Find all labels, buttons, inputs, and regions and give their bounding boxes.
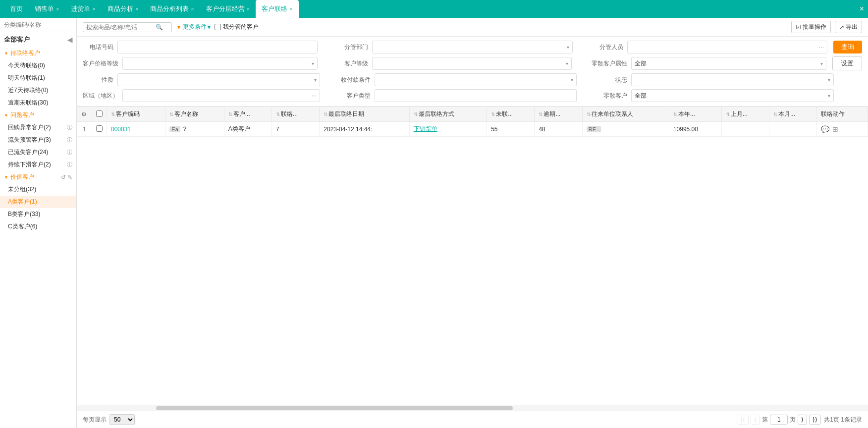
page-next-button[interactable]: ⟩ (798, 415, 807, 425)
main-search-icon[interactable]: 🔍 (156, 24, 163, 31)
close-icon[interactable]: × (247, 0, 250, 18)
sidebar-item-overdue[interactable]: 逾期未联络(30) (0, 97, 76, 109)
col-sort-icon[interactable]: ⇅ (276, 111, 280, 117)
settings-button[interactable]: 设置 (832, 56, 862, 70)
select-all-checkbox[interactable] (96, 110, 103, 117)
col-sort-icon[interactable]: ⇅ (169, 111, 173, 117)
close-all-icon[interactable]: × (860, 4, 864, 13)
sidebar-item-class-a[interactable]: A类客户(1) (0, 196, 76, 208)
col-sort-icon[interactable]: ⇅ (414, 111, 418, 117)
export-button[interactable]: ↗ 导出 (835, 21, 862, 33)
col-sort-icon[interactable]: ⇅ (111, 111, 115, 117)
value-section-icons: ↺ ✎ (61, 174, 72, 181)
col-sort-icon[interactable]: ⇅ (726, 111, 730, 117)
nav-customer-contact[interactable]: 客户联络 × (256, 0, 298, 18)
filter-phone-input[interactable] (117, 41, 318, 54)
th-category: ⇅ 客户... (224, 107, 271, 122)
sidebar-item-7days[interactable]: 近7天待联络(0) (0, 84, 76, 97)
edit-icon[interactable]: ✎ (67, 174, 72, 181)
cell-code: 000031 (107, 122, 165, 137)
customer-code-link[interactable]: 000031 (111, 126, 131, 133)
my-customer-checkbox[interactable]: 我分管的客户 (215, 23, 259, 31)
close-icon[interactable]: × (289, 0, 292, 18)
per-page-select[interactable]: 50 100 200 (109, 414, 135, 425)
sidebar-item-unclassified[interactable]: 未分组(32) (0, 183, 76, 196)
page-prev-button[interactable]: ⟨ (751, 415, 760, 425)
filter-row-1: 电话号码 分管部门 ▾ 分管人员 ··· (83, 41, 862, 54)
sidebar-collapse-icon[interactable]: ◀ (67, 36, 72, 44)
sidebar-item-repurchase-abnormal[interactable]: 回购异常客户(2) ⓘ (0, 121, 76, 134)
close-icon[interactable]: × (135, 0, 138, 18)
cell-this-year: 10995.00 (669, 122, 721, 137)
filter-nature-select[interactable]: ▾ (117, 73, 320, 86)
sidebar-item-churn-warning[interactable]: 流失预警客户(3) ⓘ (0, 134, 76, 146)
my-customer-check[interactable] (215, 24, 221, 30)
close-icon[interactable]: × (92, 0, 95, 18)
filter-customer-level-select[interactable]: ▾ (372, 57, 572, 70)
filter-retail-attr-select[interactable]: 全部 ▾ (631, 57, 826, 70)
filter-manager-input[interactable]: ··· (627, 41, 827, 54)
sidebar-item-class-c[interactable]: C类客户(6) (0, 220, 76, 233)
close-icon[interactable]: × (56, 0, 59, 18)
col-sort-icon[interactable]: ⇅ (324, 111, 327, 117)
sidebar-item-declining[interactable]: 持续下滑客户(2) ⓘ (0, 159, 76, 171)
col-sort-icon[interactable]: ⇅ (587, 111, 591, 117)
nav-home[interactable]: 首页 (4, 0, 29, 18)
filter-payment-label: 收付款条件 (340, 76, 375, 84)
sidebar-item-tomorrow[interactable]: 明天待联络(1) (0, 72, 76, 84)
horizontal-scrollbar[interactable] (77, 405, 868, 411)
filter-price-level-select[interactable]: ▾ (122, 57, 318, 70)
nav-sales[interactable]: 销售单 × (29, 0, 65, 18)
sidebar-item-churned[interactable]: 已流失客户(24) ⓘ (0, 146, 76, 159)
settings-gear-icon[interactable]: ⚙ (81, 111, 87, 118)
scroll-thumb[interactable] (156, 406, 513, 410)
filter-payment-select[interactable]: ▾ (375, 73, 577, 86)
contact-method-link[interactable]: 下销货单 (414, 125, 437, 132)
filter-retail-customer-select[interactable]: 全部 ▾ (631, 89, 834, 102)
nav-purchase[interactable]: 进货单 × (65, 0, 101, 18)
sidebar-section-problem[interactable]: 问题客户 (0, 109, 76, 121)
bottom-bar: 每页显示 50 100 200 ⟨⟨ ⟨ 第 页 ⟩ ⟩⟩ 共1页 1条记录 (77, 411, 868, 428)
qr-icon[interactable]: ⊞ (832, 125, 838, 133)
row-checkbox[interactable] (96, 125, 103, 132)
page-first-button[interactable]: ⟨⟨ (737, 415, 749, 425)
cell-name: Ea ？ (165, 122, 224, 137)
chevron-down-icon: ▾ (828, 93, 830, 99)
th-checkbox (92, 107, 107, 122)
col-sort-icon[interactable]: ⇅ (228, 111, 232, 117)
dots-icon[interactable]: ··· (312, 92, 317, 99)
page-number-input[interactable] (770, 415, 788, 425)
nav-customer-tier[interactable]: 客户分层经营 × (200, 0, 256, 18)
filter-customer-type: 客户类型 (340, 89, 577, 102)
sidebar-item-class-b[interactable]: B类客户(33) (0, 208, 76, 220)
nav-product-analysis[interactable]: 商品分析 × (102, 0, 144, 18)
col-sort-icon[interactable]: ⇅ (773, 111, 777, 117)
more-filters-button[interactable]: ▼ 更多条件 ▾ (176, 23, 211, 31)
query-button[interactable]: 查询 (833, 41, 862, 54)
sidebar-section-pending[interactable]: 待联络客户 (0, 47, 76, 59)
main-search-input[interactable] (86, 24, 156, 31)
filter-bar: 🔍 ▼ 更多条件 ▾ 我分管的客户 ☑ 批量操作 ↗ 导出 (77, 18, 868, 37)
nav-product-analysis-list[interactable]: 商品分析列表 × (144, 0, 200, 18)
filter-region-input[interactable]: ··· (122, 89, 320, 102)
chevron-down-icon: ▾ (567, 45, 569, 50)
filter-status-select[interactable]: ▾ (631, 73, 834, 86)
page-last-button[interactable]: ⟩⟩ (809, 415, 821, 425)
batch-operation-button[interactable]: ☑ 批量操作 (791, 21, 831, 33)
filter-dept-select[interactable]: ▾ (372, 41, 572, 54)
close-icon[interactable]: × (191, 0, 194, 18)
col-sort-icon[interactable]: ⇅ (673, 111, 677, 117)
sidebar-all-customers-label[interactable]: 全部客户 (4, 35, 30, 44)
sidebar-item-today[interactable]: 今天待联络(0) (0, 59, 76, 72)
filter-manager: 分管人员 ··· (593, 41, 827, 54)
col-sort-icon[interactable]: ⇅ (539, 111, 542, 117)
main-layout: 🔍 全部客户 ◀ 待联络客户 今天待联络(0) 明天待联络(1) 近7天待联络(… (0, 18, 868, 428)
filter-customer-type-input[interactable] (375, 89, 577, 102)
dots-icon[interactable]: ··· (819, 44, 824, 51)
sidebar-search-input[interactable] (4, 21, 77, 28)
refresh-icon[interactable]: ↺ (61, 174, 66, 181)
chat-icon[interactable]: 💬 (821, 125, 829, 133)
filter-icon: ▼ (176, 24, 182, 31)
col-sort-icon[interactable]: ⇅ (491, 111, 495, 117)
filter-status-label: 状态 (597, 76, 631, 84)
